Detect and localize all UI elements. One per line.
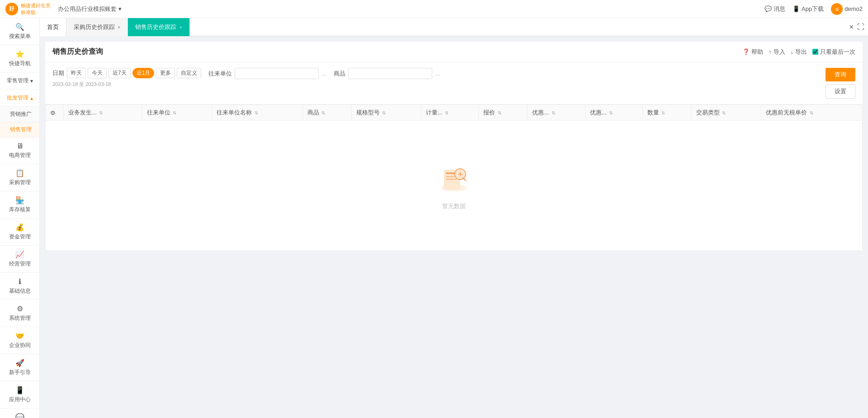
table-header-settings[interactable]: ⚙: [46, 105, 64, 121]
table-header-trade-type[interactable]: 交易类型 ⇅: [691, 105, 761, 121]
sort-icon: ⇅: [321, 110, 325, 115]
date-btn-today[interactable]: 今天: [88, 68, 107, 78]
tab-bar-actions: × ⛶: [849, 23, 868, 31]
table-header-price-no-tax[interactable]: 优惠前无税单价 ⇅: [761, 105, 863, 121]
sidebar-item-label: 批发管理: [7, 94, 28, 102]
table-header-product[interactable]: 商品 ⇅: [302, 105, 351, 121]
settings-icon: ⚙: [50, 109, 56, 116]
table-header-unit[interactable]: 计量... ⇅: [421, 105, 478, 121]
date-btn-7days[interactable]: 近7天: [108, 68, 131, 78]
app-download-button[interactable]: 📱 App下载: [793, 5, 824, 13]
sort-icon: ⇅: [498, 110, 501, 115]
sidebar-item-business[interactable]: 📈 经营管理: [0, 246, 39, 273]
query-button[interactable]: 查询: [826, 68, 855, 81]
date-btn-custom[interactable]: 自定义: [177, 68, 201, 78]
close-tab-purchase-icon[interactable]: ×: [118, 24, 120, 30]
sidebar-item-purchase[interactable]: 📋 采购管理: [0, 164, 39, 191]
table-header-quantity[interactable]: 数量 ⇅: [642, 105, 691, 121]
sidebar-item-inventory[interactable]: 🏪 库存核算: [0, 191, 39, 218]
fullscreen-button[interactable]: ⛶: [857, 23, 864, 31]
only-last-checkbox-label[interactable]: 只看最后一次: [812, 48, 855, 56]
page-panel: 销售历史价查询 ❓ 帮助 ↑ 导入 ↓ 导出: [45, 42, 863, 251]
ecommerce-icon: 🖥: [16, 142, 24, 150]
top-header: 好 畅捷通好生意 标准版 办公用品行业模拟账套 ▾ 💬 消息 📱 App下载 d…: [0, 0, 868, 18]
sidebar-item-label: 零售管理: [7, 77, 28, 85]
logo-icon: 好: [5, 3, 18, 15]
tab-home[interactable]: 首页: [40, 18, 66, 36]
message-button[interactable]: 💬 消息: [764, 5, 785, 13]
content-area: 首页 采购历史价跟踪 × 销售历史价跟踪 × × ⛶ 销售历史价查询: [40, 18, 868, 418]
sort-icon: ⇅: [255, 110, 258, 115]
date-btn-1month[interactable]: 近1月: [132, 68, 155, 78]
export-button[interactable]: ↓ 导出: [791, 48, 807, 56]
table-header-partner[interactable]: 往来单位 ⇅: [142, 105, 212, 121]
sidebar: 🔍 搜索菜单 ⭐ 快捷导航 零售管理 ▾ 批发管理 ▴ 营销推广 销售管理 🖥 …: [0, 18, 40, 418]
sidebar-item-wholesale[interactable]: 批发管理 ▴: [0, 90, 39, 107]
date-range-text: 2023-02-18 至 2023-03-18: [52, 81, 201, 88]
table-header-partner-name[interactable]: 往来单位名称 ⇅: [212, 105, 302, 121]
date-btn-yesterday[interactable]: 昨天: [67, 68, 86, 78]
sidebar-item-finance[interactable]: 💰 资金管理: [0, 218, 39, 246]
header-left: 好 畅捷通好生意 标准版 办公用品行业模拟账套 ▾: [5, 2, 125, 15]
import-button[interactable]: ↑ 导入: [769, 48, 785, 56]
sidebar-item-system[interactable]: ⚙ 系统管理: [0, 300, 39, 327]
page-title: 销售历史价查询: [52, 47, 103, 57]
table-header-biz-date[interactable]: 业务发生... ⇅: [64, 105, 142, 121]
empty-state-icon: [436, 161, 472, 197]
business-icon: 📈: [15, 250, 24, 259]
page-content: 销售历史价查询 ❓ 帮助 ↑ 导入 ↓ 导出: [40, 36, 868, 418]
date-btn-more[interactable]: 更多: [156, 68, 175, 78]
header-right: 💬 消息 📱 App下载 d demo2: [764, 3, 863, 15]
sidebar-item-label: 企业协同: [9, 342, 31, 349]
filter-date-block: 日期 昨天 今天 近7天 近1月 更多 自定义 2023-02-18 至 202…: [52, 68, 201, 88]
sort-icon: ⇅: [445, 110, 448, 115]
sidebar-item-search[interactable]: 🔍 搜索菜单: [0, 18, 39, 45]
sidebar-item-marketing[interactable]: 营销推广: [0, 107, 39, 122]
sort-icon: ⇅: [382, 110, 386, 115]
sort-icon: ⇅: [609, 110, 613, 115]
close-tab-sales-icon[interactable]: ×: [179, 24, 182, 30]
sidebar-item-quick-nav[interactable]: ⭐ 快捷导航: [0, 45, 39, 72]
partner-dots-icon[interactable]: ...: [321, 70, 326, 77]
chevron-down-icon: ▾: [30, 78, 33, 84]
tab-bar: 首页 采购历史价跟踪 × 销售历史价跟踪 × × ⛶: [40, 18, 868, 36]
product-input[interactable]: [348, 68, 432, 79]
close-all-tabs-button[interactable]: ×: [849, 23, 854, 31]
sidebar-item-apps[interactable]: 📱 应用中心: [0, 381, 39, 408]
sidebar-item-label: 经营管理: [9, 260, 31, 268]
table-header-spec[interactable]: 规格型号 ⇅: [351, 105, 421, 121]
filter-partner-field: 往来单位 ...: [208, 68, 326, 79]
app-selector[interactable]: 办公用品行业模拟账套 ▾: [54, 3, 125, 15]
chevron-up-icon: ▴: [30, 95, 33, 101]
date-label: 日期: [52, 69, 64, 77]
table-wrapper: ⚙ 业务发生... ⇅ 往来单位 ⇅: [45, 104, 863, 251]
table-header-discount1[interactable]: 优惠... ⇅: [528, 105, 585, 121]
tab-purchase-history[interactable]: 采购历史价跟踪 ×: [66, 18, 128, 36]
page-header-actions: ❓ 帮助 ↑ 导入 ↓ 导出 只看最后一次: [742, 48, 855, 56]
sidebar-item-basic[interactable]: ℹ 基础信息: [0, 273, 39, 300]
sidebar-item-ecommerce[interactable]: 🖥 电商管理: [0, 138, 39, 164]
only-last-checkbox[interactable]: [812, 49, 818, 55]
settings-button[interactable]: 设置: [826, 84, 855, 99]
logo-area: 好 畅捷通好生意 标准版: [5, 2, 51, 15]
sidebar-item-retail[interactable]: 零售管理 ▾: [0, 72, 39, 90]
sidebar-item-wechat[interactable]: 💬 企业微信: [0, 408, 39, 418]
sort-icon: ⇅: [552, 110, 555, 115]
apps-icon: 📱: [15, 386, 24, 394]
partner-input[interactable]: [235, 68, 319, 79]
inventory-icon: 🏪: [15, 196, 24, 204]
sidebar-item-guide[interactable]: 🚀 新手引导: [0, 354, 39, 381]
product-dots-icon[interactable]: ...: [435, 70, 440, 77]
table-header-discount2[interactable]: 优惠... ⇅: [585, 105, 642, 121]
sidebar-item-sales[interactable]: 销售管理: [0, 122, 39, 138]
user-menu[interactable]: d demo2: [831, 3, 863, 15]
guide-icon: 🚀: [15, 359, 24, 367]
avatar: d: [831, 3, 843, 15]
sidebar-item-label: 应用中心: [9, 396, 31, 404]
table-header-quote[interactable]: 报价 ⇅: [479, 105, 528, 121]
page-header: 销售历史价查询 ❓ 帮助 ↑ 导入 ↓ 导出: [45, 42, 863, 62]
help-icon: ❓: [742, 48, 750, 55]
sidebar-item-cooperation[interactable]: 🤝 企业协同: [0, 327, 39, 354]
tab-sales-history[interactable]: 销售历史价跟踪 ×: [128, 18, 189, 36]
help-button[interactable]: ❓ 帮助: [742, 48, 763, 56]
